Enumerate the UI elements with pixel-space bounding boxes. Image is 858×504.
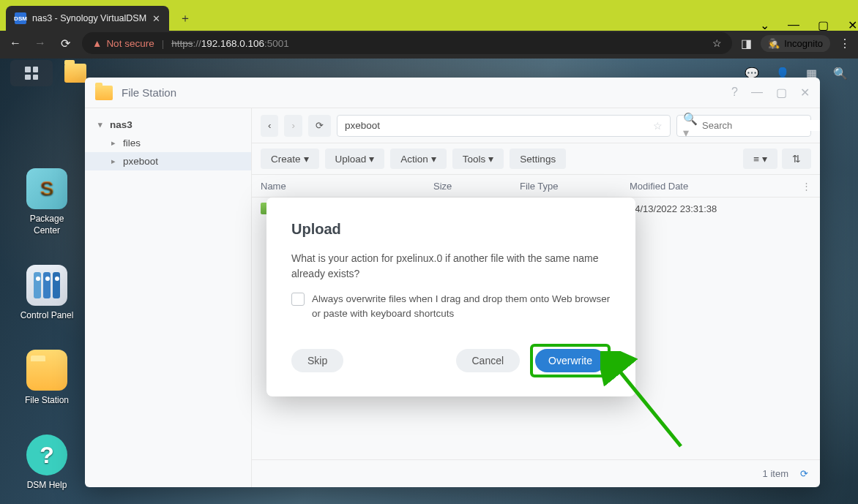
- upload-modal: Upload What is your action for pxelinux.…: [266, 198, 635, 396]
- tree-label: files: [123, 138, 141, 148]
- checkbox[interactable]: [291, 293, 305, 306]
- tab-favicon-icon: DSM: [15, 12, 26, 24]
- col-modified[interactable]: Modified Date: [630, 181, 797, 192]
- fs-action-toolbar: Create ▾ Upload ▾ Action ▾ Tools ▾ Setti…: [252, 143, 820, 174]
- warning-icon: ▲: [92, 38, 102, 49]
- modal-message: What is your action for pxelinux.0 if an…: [291, 251, 611, 282]
- dock-label: File Station: [25, 395, 69, 405]
- caret-down-icon: ▾: [304, 153, 309, 165]
- tools-button[interactable]: Tools ▾: [452, 148, 504, 169]
- help-icon[interactable]: ?: [731, 86, 738, 99]
- nav-forward-button[interactable]: ›: [284, 115, 302, 137]
- cancel-button[interactable]: Cancel: [456, 349, 521, 372]
- tree-label: pxeboot: [123, 156, 158, 167]
- action-button[interactable]: Action ▾: [390, 148, 447, 169]
- incognito-badge[interactable]: 🕵 Incognito: [761, 35, 830, 52]
- search-field[interactable]: [702, 120, 820, 131]
- modal-title: Upload: [291, 221, 611, 238]
- settings-button[interactable]: Settings: [510, 148, 566, 169]
- tree-item-pxeboot[interactable]: ▸ pxeboot: [85, 152, 251, 170]
- caret-right-icon[interactable]: ▸: [111, 138, 120, 148]
- star-icon[interactable]: ☆: [712, 37, 722, 49]
- col-menu-icon[interactable]: ⋮: [797, 181, 811, 192]
- upload-button[interactable]: Upload ▾: [325, 148, 385, 169]
- forward-button: →: [32, 37, 48, 50]
- col-type[interactable]: File Type: [520, 181, 630, 192]
- dock-dsm-help[interactable]: ? DSM Help: [26, 435, 67, 490]
- create-button[interactable]: Create ▾: [261, 148, 319, 169]
- search-icon[interactable]: 🔍: [833, 67, 848, 80]
- main-menu-button[interactable]: [10, 60, 53, 86]
- taskbar-filestation-icon[interactable]: [64, 64, 86, 83]
- minimize-icon[interactable]: —: [788, 19, 799, 31]
- tab-title: nas3 - Synology VirtualDSM: [32, 13, 146, 23]
- dock-control-panel[interactable]: Control Panel: [20, 265, 74, 320]
- footer-refresh-icon[interactable]: ⟳: [800, 468, 808, 479]
- file-station-icon: [26, 350, 67, 391]
- incognito-icon: 🕵: [768, 38, 780, 49]
- nav-back-button[interactable]: ‹: [261, 115, 278, 137]
- checkbox-label: Always overwrite files when I drag and d…: [312, 292, 611, 322]
- tree-label: nas3: [110, 119, 133, 130]
- dock-label: DSM Help: [27, 480, 67, 490]
- url-scheme: https: [171, 38, 193, 49]
- dock-label: Center: [34, 225, 60, 236]
- kebab-menu-icon[interactable]: ⋮: [839, 37, 851, 50]
- search-input[interactable]: 🔍▾: [676, 115, 811, 137]
- nav-refresh-button[interactable]: ⟳: [308, 115, 331, 137]
- folder-icon: [95, 86, 113, 100]
- column-headers: Name Size File Type Modified Date ⋮: [252, 174, 820, 198]
- caret-down-icon: ▾: [488, 153, 493, 165]
- maximize-icon[interactable]: ▢: [817, 19, 829, 31]
- caret-down-icon: ▾: [369, 153, 374, 165]
- chevron-down-icon[interactable]: ⌄: [758, 19, 770, 31]
- col-name[interactable]: Name: [261, 181, 433, 192]
- address-bar-row: ← → ⟳ ▲ Not secure | https://192.168.0.1…: [0, 28, 858, 59]
- caret-down-icon[interactable]: ▾: [98, 120, 107, 129]
- cell-modified: 04/13/2022 23:31:38: [630, 203, 811, 214]
- package-center-icon: [26, 168, 67, 209]
- dock-label: Package: [30, 214, 64, 224]
- desktop-dock: Package Center Control Panel File Statio…: [18, 168, 76, 490]
- tab-close-icon[interactable]: ✕: [152, 13, 160, 24]
- dock-label: Control Panel: [20, 310, 74, 320]
- skip-button[interactable]: Skip: [291, 349, 343, 372]
- not-secure-label: Not secure: [106, 38, 154, 49]
- fs-title: File Station: [122, 86, 176, 99]
- path-text: pxeboot: [345, 120, 380, 131]
- path-input[interactable]: pxeboot ☆: [337, 115, 671, 137]
- close-icon[interactable]: ✕: [800, 86, 810, 99]
- col-size[interactable]: Size: [433, 181, 520, 192]
- minimize-icon[interactable]: —: [751, 86, 763, 99]
- fs-titlebar[interactable]: File Station ? — ▢ ✕: [85, 78, 820, 108]
- back-button[interactable]: ←: [7, 37, 23, 50]
- tree-item-files[interactable]: ▸ files: [85, 134, 251, 152]
- url-port: :5001: [264, 38, 289, 49]
- search-icon: 🔍▾: [683, 112, 698, 140]
- dock-file-station[interactable]: File Station: [25, 350, 69, 405]
- not-secure-warning[interactable]: ▲ Not secure: [92, 38, 154, 49]
- view-sort-button[interactable]: ⇅: [782, 148, 811, 169]
- view-list-button[interactable]: ≡ ▾: [743, 148, 777, 169]
- reload-button[interactable]: ⟳: [57, 37, 73, 50]
- dock-package-center[interactable]: Package Center: [26, 168, 67, 236]
- help-icon: ?: [26, 435, 67, 475]
- panel-icon[interactable]: ◨: [741, 37, 752, 50]
- tree-root-nas3[interactable]: ▾ nas3: [85, 116, 251, 134]
- item-count: 1 item: [763, 468, 788, 479]
- dsm-desktop: 💬 👤 ▦ 🔍 Package Center Control Panel Fil…: [0, 59, 858, 504]
- caret-right-icon[interactable]: ▸: [111, 157, 120, 166]
- address-bar[interactable]: ▲ Not secure | https://192.168.0.106:500…: [82, 32, 732, 54]
- url-host: 192.168.0.106: [201, 38, 264, 49]
- control-panel-icon: [26, 265, 67, 306]
- new-tab-button[interactable]: ＋: [175, 8, 195, 29]
- close-window-icon[interactable]: ✕: [846, 19, 858, 31]
- caret-down-icon: ▾: [431, 153, 436, 165]
- maximize-icon[interactable]: ▢: [776, 86, 787, 99]
- overwrite-button[interactable]: Overwrite: [535, 349, 605, 372]
- fs-sidebar: ▾ nas3 ▸ files ▸ pxeboot: [85, 108, 252, 487]
- favorite-star-icon[interactable]: ☆: [653, 120, 663, 132]
- overwrite-checkbox-row[interactable]: Always overwrite files when I drag and d…: [291, 292, 611, 322]
- incognito-label: Incognito: [784, 38, 823, 49]
- browser-tab[interactable]: DSM nas3 - Synology VirtualDSM ✕: [6, 6, 169, 31]
